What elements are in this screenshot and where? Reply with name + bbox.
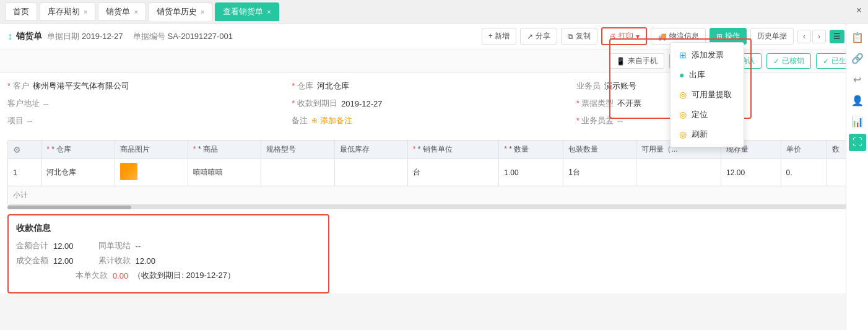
col-gear[interactable]: ⚙ [8,141,41,159]
transaction-value: 12.00 [53,256,74,266]
row-image [115,159,188,186]
due-date-value: 2019-12-27 [341,99,383,108]
row-spec [261,159,334,186]
dropdown-item-invoice[interactable]: ⊞ 添加发票 [671,45,744,65]
payment-row-3: 本单欠款 0.00 （收款到期日: 2019-12-27） [16,270,321,281]
tab-sales-close[interactable]: × [134,8,137,15]
product-image [120,163,137,180]
same-bill-value: -- [136,241,141,251]
row-unit: 台 [407,159,499,186]
tab-view-sales[interactable]: 查看销货单 × [215,2,279,21]
payment-row-1: 金额合计 12.00 同单现结 -- [16,240,321,251]
tab-sales-history-close[interactable]: × [201,8,204,15]
sidebar-icon-doc[interactable]: 📋 [849,28,866,46]
copy-icon: ⧉ [568,32,573,41]
row-pkg-qty: 1台 [563,159,636,186]
phone-status-button[interactable]: 📱 来自手机 [609,53,664,69]
new-button[interactable]: + 新增 [482,28,516,45]
payment-title: 收款信息 [16,223,321,234]
form-meta: 单据日期 2019-12-27 单据编号 SA-20191227-001 [47,31,233,42]
warehouse-value: 河北仓库 [317,80,349,92]
gear-icon: ⚙ [13,145,21,155]
dropdown-item-outbound[interactable]: ● 出库 [671,65,744,85]
row-product: 嘻嘻嘻嘻 [188,159,261,186]
cumulative-item: 累计收款 12.00 [98,255,156,266]
print-icon: 🖨 [609,32,616,41]
col-product: * * 商品 [188,141,261,159]
tab-view-sales-close[interactable]: × [267,8,271,15]
col-warehouse: * * 仓库 [41,141,115,159]
subtotal-row: 小计 [8,186,860,205]
scroll-thumb[interactable] [7,206,131,209]
tab-inventory[interactable]: 库存期初 × [40,2,95,21]
customer-value: 柳州粤港平安气体有限公司 [33,80,129,92]
due-date-note: （收款到期日: 2019-12-27） [133,270,235,281]
col-qty: * * 数量 [499,141,563,159]
number-value: SA-20191227-001 [168,32,233,41]
copy-button[interactable]: ⧉ 复制 [561,28,597,45]
share-button[interactable]: ↗ 分享 [520,28,557,45]
tab-sales[interactable]: 销货单 × [98,2,145,21]
next-button[interactable]: › [812,30,826,43]
payment-info: 收款信息 金额合计 12.00 同单现结 -- 成交金额 12.00 累计收款 … [7,214,329,293]
tab-inventory-close[interactable]: × [84,8,87,15]
add-note-button[interactable]: ⊕ 添加备注 [311,115,352,126]
ticket-value: 不开票 [617,98,641,109]
data-table-wrapper: ⚙ * * 仓库 商品图片 * * 商品 规格型号 最低库存 * * 销售单位 … [7,140,861,206]
available-icon: ◎ [679,90,687,100]
dropdown-item-locate[interactable]: ◎ 定位 [671,105,744,124]
sidebar-icon-expand[interactable]: ⛶ [849,134,866,151]
ops-icon: ⊞ [716,32,723,41]
print-button[interactable]: 🖨 打印 ▾ [601,27,647,45]
sidebar-icon-link[interactable]: 🔗 [849,50,866,67]
sidebar-icon-return[interactable]: ↩ [849,71,866,88]
project-field: 项目 -- [7,115,292,126]
invoice-icon: ⊞ [679,50,687,60]
dropdown-item-refresh[interactable]: ◎ 刷新 [671,124,744,144]
payment-row-2: 成交金额 12.00 累计收款 12.00 [16,255,321,266]
form-number-field: 单据编号 SA-20191227-001 [133,31,233,42]
right-sidebar: 📋 🔗 ↩ 👤 📊 ⛶ [846,24,868,298]
history-button[interactable]: 历史单据 [750,28,794,45]
warehouse-field: * 仓库 河北仓库 [292,80,576,92]
sold-icon: ✓ [773,57,779,66]
transaction-item: 成交金额 12.00 [16,255,74,266]
row-current-stock: 12.00 [721,159,781,186]
overdue-item: 本单欠款 0.00 （收款到期日: 2019-12-27） [16,270,235,281]
nav-arrows: ‹ › [797,30,826,43]
col-pkg-qty: 包装数量 [563,141,636,159]
col-unit: * * 销售单位 [407,141,499,159]
tab-home[interactable]: 首页 [5,2,37,21]
col-spec: 规格型号 [261,141,334,159]
salesman-value: -- [617,116,623,126]
sold-status-button[interactable]: ✓ 已核销 [766,53,811,69]
list-view-button[interactable]: ☰ [830,30,844,43]
refresh-icon: ◎ [679,129,687,139]
form-type-label: 销货单 [16,31,42,42]
overdue-value: 0.00 [113,271,128,280]
address-field: 客户地址 -- [7,98,292,109]
row-price: 0. [781,159,827,186]
date-label: 单据日期 [47,31,79,42]
locate-icon: ◎ [679,110,687,119]
window-close-button[interactable]: × [856,5,862,16]
sidebar-icon-chart[interactable]: 📊 [849,113,866,130]
subtotal-label: 小计 [8,186,860,205]
sidebar-icon-user[interactable]: 👤 [849,92,866,109]
scroll-indicator[interactable] [7,206,861,209]
note-field: 备注 ⊕ 添加备注 [292,115,576,126]
print-dropdown-arrow: ▾ [636,32,640,41]
col-image: 商品图片 [115,141,188,159]
date-value: 2019-12-27 [82,32,123,41]
share-icon: ↗ [527,32,533,41]
project-value: -- [27,116,33,126]
dropdown-item-available[interactable]: ◎ 可用量提取 [671,85,744,105]
staff-value: 演示账号 [604,80,636,92]
row-qty: 1.00 [499,159,563,186]
row-index: 1 [8,159,41,186]
row-warehouse: 河北仓库 [41,159,115,186]
outbound-icon: ● [679,70,684,80]
phone-icon: 📱 [616,57,625,66]
tab-sales-history[interactable]: 销货单历史 × [149,2,212,21]
prev-button[interactable]: ‹ [797,30,811,43]
